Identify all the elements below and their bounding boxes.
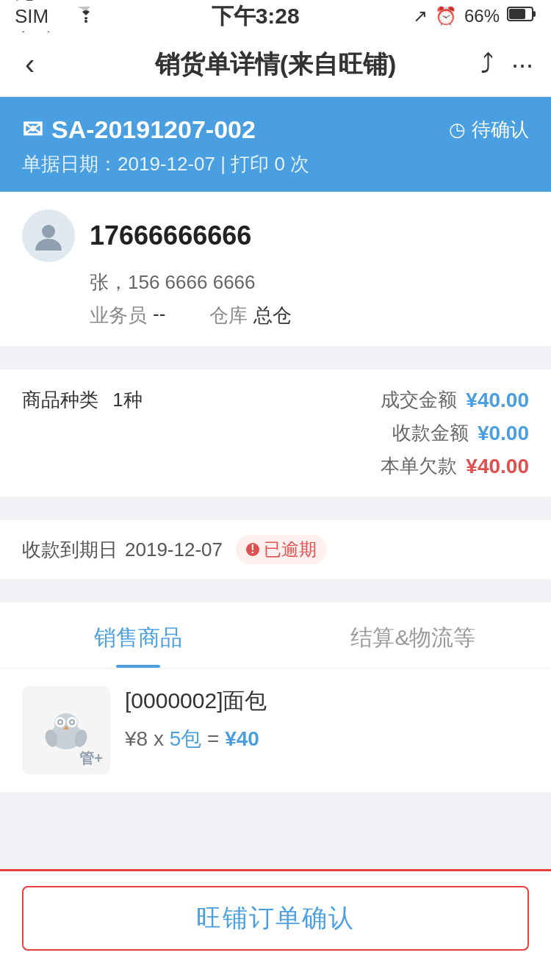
- customer-phone: 17666666666: [90, 220, 251, 251]
- overdue-badge: ! 已逾期: [236, 535, 327, 564]
- confirm-button-area: 旺铺订单确认: [0, 869, 551, 980]
- order-status: ◷ 待确认: [449, 117, 529, 143]
- received-amount-label: 收款金额: [392, 420, 469, 446]
- received-amount-row: 收款金额 ¥0.00: [392, 420, 529, 446]
- confirm-order-button[interactable]: 旺铺订单确认: [22, 886, 529, 951]
- overdue-text: 已逾期: [264, 538, 317, 561]
- product-types-value: 1种: [112, 389, 142, 411]
- owed-amount-row: 本单欠款 ¥40.00: [381, 453, 529, 479]
- status-text: 待确认: [472, 117, 529, 143]
- status-time: 下午3:28: [212, 1, 300, 32]
- order-id-text: SA-20191207-002: [51, 115, 256, 144]
- deal-amount-row: 成交金额 ¥40.00: [381, 387, 529, 413]
- order-icon: ✉: [22, 115, 43, 144]
- product-name: [0000002]面包: [125, 686, 529, 716]
- owed-amount-value: ¥40.00: [466, 455, 529, 478]
- status-bar: 无 SIM 卡 ◈ 下午3:28 ↗ ⏰ 66%: [0, 0, 551, 32]
- due-date-label: 收款到期日: [22, 537, 118, 563]
- product-total: ¥40: [225, 727, 259, 750]
- nav-bar: ‹ 销货单详情(来自旺铺) ⤴ ···: [0, 32, 551, 97]
- order-date: 单据日期：2019-12-07 | 打印 0 次: [22, 151, 529, 177]
- product-price: ¥8 x 5包 = ¥40: [125, 725, 529, 753]
- salesperson-value: --: [153, 303, 165, 328]
- warehouse-value: 总仓: [253, 303, 292, 328]
- deal-amount-value: ¥40.00: [466, 389, 529, 412]
- divider-3: [0, 591, 551, 602]
- product-types-row: 商品种类 1种: [22, 387, 143, 413]
- location-icon: ↗: [413, 6, 428, 26]
- tab-settlement-label: 结算&物流等: [350, 625, 475, 649]
- tab-settlement[interactable]: 结算&物流等: [276, 602, 551, 668]
- tabs-header: 销售商品 结算&物流等: [0, 602, 551, 669]
- customer-meta: 业务员 -- 仓库 总仓: [90, 303, 529, 328]
- product-price-text: ¥8 x: [125, 727, 170, 750]
- received-amount-value: ¥0.00: [478, 422, 529, 445]
- svg-rect-3: [509, 9, 525, 19]
- product-thumbnail: 管+: [22, 686, 110, 774]
- summary-left: 商品种类 1种: [22, 387, 143, 413]
- status-right: ↗ ⏰ 66%: [413, 6, 536, 26]
- divider-2: [0, 508, 551, 520]
- alarm-icon: ⏰: [435, 6, 457, 26]
- svg-point-12: [71, 721, 73, 724]
- back-button[interactable]: ‹: [18, 40, 42, 88]
- salesperson-info: 业务员 --: [90, 303, 165, 328]
- more-button[interactable]: ···: [511, 49, 533, 80]
- svg-point-9: [59, 721, 62, 724]
- page-title: 销货单详情(来自旺铺): [155, 48, 397, 82]
- product-equals: =: [201, 727, 225, 750]
- product-section: 管+ [0000002]面包 ¥8 x 5包 = ¥40: [0, 669, 551, 792]
- customer-section: 17666666666 张，156 6666 6666 业务员 -- 仓库 总仓: [0, 192, 551, 346]
- due-date-value: 2019-12-07: [125, 538, 223, 561]
- svg-point-4: [42, 225, 55, 238]
- svg-point-0: [84, 20, 87, 23]
- tabs-section: 销售商品 结算&物流等: [0, 602, 551, 792]
- tab-sales-label: 销售商品: [94, 625, 182, 649]
- battery-icon: [507, 6, 536, 26]
- summary-right: 成交金额 ¥40.00 收款金额 ¥0.00 本单欠款 ¥40.00: [381, 387, 529, 479]
- battery-level: 66%: [464, 6, 500, 26]
- product-qty: 5包: [170, 727, 202, 750]
- order-id: ✉ SA-20191207-002: [22, 115, 256, 144]
- order-header: ✉ SA-20191207-002 ◷ 待确认 单据日期：2019-12-07 …: [0, 97, 551, 192]
- svg-rect-2: [533, 11, 536, 17]
- salesperson-label: 业务员: [90, 303, 147, 328]
- product-item: 管+ [0000002]面包 ¥8 x 5包 = ¥40: [22, 686, 529, 774]
- tab-sales[interactable]: 销售商品: [0, 602, 276, 668]
- due-section: 收款到期日 2019-12-07 ! 已逾期: [0, 520, 551, 579]
- summary-section: 商品种类 1种 成交金额 ¥40.00 收款金额 ¥0.00 本单欠款 ¥40.…: [0, 370, 551, 497]
- clock-icon: ◷: [449, 118, 466, 141]
- owed-amount-label: 本单欠款: [381, 453, 457, 479]
- customer-detail: 张，156 6666 6666: [90, 270, 529, 295]
- warehouse-info: 仓库 总仓: [209, 303, 292, 328]
- nav-actions: ⤴ ···: [480, 49, 533, 80]
- divider-1: [0, 358, 551, 370]
- product-types-label: 商品种类: [22, 389, 98, 411]
- share-button[interactable]: ⤴: [480, 49, 494, 80]
- deal-amount-label: 成交金额: [381, 387, 457, 413]
- customer-avatar: [22, 209, 75, 262]
- product-info: [0000002]面包 ¥8 x 5包 = ¥40: [125, 686, 529, 753]
- warehouse-label: 仓库: [209, 303, 248, 328]
- wifi-icon: [74, 5, 98, 28]
- overdue-icon: !: [246, 543, 259, 556]
